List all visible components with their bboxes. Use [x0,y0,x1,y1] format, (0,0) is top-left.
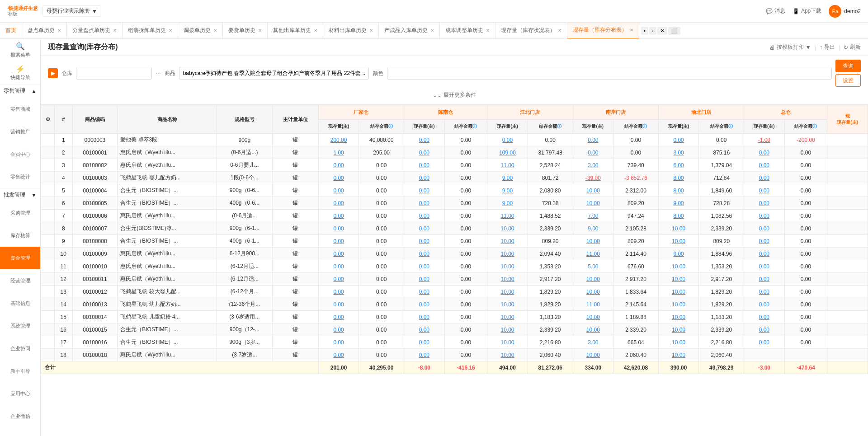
tab-close-all-btn[interactable]: ✕ [657,27,667,35]
row-chennan-qty[interactable]: 0.00 [404,349,445,361]
row-factory-qty[interactable]: 0.00 [318,260,359,273]
goods-input[interactable] [179,67,369,80]
close-icon[interactable]: ✕ [258,28,262,33]
sidebar-item-finance[interactable]: 经营管理 [0,269,40,292]
row-nanan-qty[interactable]: 10.00 [573,349,613,361]
row-jiangbei-qty[interactable]: 9.00 [487,197,528,210]
expand-conditions-btn[interactable]: ⌄⌄ 展开更多条件 [433,91,476,99]
row-yubei-qty[interactable]: 10.00 [658,323,699,336]
row-settings[interactable] [41,298,55,311]
info-icon[interactable]: ⓘ [388,124,393,129]
row-factory-qty[interactable]: 0.00 [318,172,359,184]
row-nanan-qty[interactable]: 0.00 [573,134,613,146]
row-factory-qty[interactable]: 200.00 [318,134,359,146]
row-yubei-qty[interactable]: 10.00 [658,311,699,323]
sidebar-item-operations[interactable]: 基础信息 [0,292,40,314]
row-settings[interactable] [41,159,55,172]
sidebar-item-quicknav[interactable]: ⚡ 快捷导航 [0,61,40,84]
sidebar-item-collab[interactable]: 新手引导 [0,360,40,382]
row-yubei-qty[interactable]: 10.00 [658,222,699,235]
sidebar-item-basic-info[interactable]: 系统管理 [0,314,40,337]
info-icon[interactable]: ⓘ [557,124,561,129]
row-total-qty[interactable]: 0.00 [744,159,785,172]
row-jiangbei-qty[interactable]: 9.00 [487,172,528,184]
tab-2[interactable]: 分量盘点单历史 ✕ [67,23,123,39]
sidebar-item-purchase[interactable]: 库存核算 [0,224,40,247]
close-icon[interactable]: ✕ [486,28,490,33]
row-nanan-qty[interactable]: 3.00 [573,159,613,172]
warehouse-input[interactable] [76,67,152,80]
row-chennan-qty[interactable]: 0.00 [404,134,445,146]
row-settings[interactable] [41,273,55,286]
row-jiangbei-qty[interactable]: 10.00 [487,311,528,323]
row-settings[interactable] [41,260,55,273]
row-jiangbei-qty[interactable]: 0.00 [487,134,528,146]
row-settings[interactable] [41,210,55,222]
tab-7[interactable]: 材料出库单历史 ✕ [323,23,379,39]
tab-4[interactable]: 调拨单历史 ✕ [178,23,223,39]
row-jiangbei-qty[interactable]: 11.00 [487,210,528,222]
row-total-qty[interactable]: 0.00 [744,336,785,349]
row-jiangbei-qty[interactable]: 10.00 [487,273,528,286]
row-chennan-qty[interactable]: 0.00 [404,286,445,298]
row-total-qty[interactable]: 0.00 [744,311,785,323]
row-nanan-qty[interactable]: 11.00 [573,248,613,260]
tab-prev-btn[interactable]: ‹ [641,27,648,35]
row-nanan-qty[interactable]: 5.00 [573,260,613,273]
row-nanan-qty[interactable]: 3.00 [573,336,613,349]
close-icon[interactable]: ✕ [169,28,172,33]
row-total-qty[interactable]: 0.00 [744,146,785,159]
row-chennan-qty[interactable]: 0.00 [404,311,445,323]
close-icon[interactable]: ✕ [558,28,561,33]
row-nanan-qty[interactable]: 10.00 [573,197,613,210]
tab-expand-btn[interactable]: ⬜ [668,27,680,35]
tab-next-btn[interactable]: › [649,27,656,35]
sidebar-item-ecommerce[interactable]: 采购管理 [0,202,40,224]
row-total-qty[interactable]: 0.00 [744,298,785,311]
sidebar-item-system[interactable]: 企业协同 [0,337,40,360]
sidebar-item-wechat[interactable]: 畅会员 [0,427,40,436]
row-total-qty[interactable]: 0.00 [744,197,785,210]
print-btn[interactable]: 🖨 按模板打印 ▼ [769,43,811,51]
row-total-qty[interactable]: 0.00 [744,222,785,235]
close-icon[interactable]: ✕ [630,28,633,33]
tab-home[interactable]: 首页 [0,23,22,39]
row-total-qty[interactable]: 0.00 [744,248,785,260]
close-icon[interactable]: ✕ [57,28,61,33]
row-settings[interactable] [41,146,55,159]
sidebar-item-retail-stats[interactable]: 零售统计 [0,165,40,188]
row-yubei-qty[interactable]: 8.00 [658,184,699,197]
row-yubei-qty[interactable]: 9.00 [658,197,699,210]
row-nanan-qty[interactable]: -39.00 [573,172,613,184]
row-total-qty[interactable]: 0.00 [744,210,785,222]
info-icon[interactable]: ⓘ [642,124,647,129]
row-chennan-qty[interactable]: 0.00 [404,248,445,260]
tab-9[interactable]: 成本调整单历史 ✕ [440,23,495,39]
row-yubei-qty[interactable]: 10.00 [658,235,699,248]
user-area[interactable]: Ea demo2 [829,5,861,18]
row-chennan-qty[interactable]: 0.00 [404,222,445,235]
row-factory-qty[interactable]: 0.00 [318,235,359,248]
warehouse-dots[interactable]: ··· [156,70,161,77]
row-jiangbei-qty[interactable]: 10.00 [487,323,528,336]
sidebar-item-app-center[interactable]: 企业微信 [0,405,40,427]
row-jiangbei-qty[interactable]: 10.00 [487,222,528,235]
row-yubei-qty[interactable]: 0.00 [658,134,699,146]
row-jiangbei-qty[interactable]: 10.00 [487,286,528,298]
row-yubei-qty[interactable]: 9.00 [658,248,699,260]
setting-button[interactable]: 设置 [835,74,861,87]
row-total-qty[interactable]: -1.00 [744,134,785,146]
nav-select[interactable]: 母婴行业演示陈套 ▼ [42,5,101,17]
row-nanan-qty[interactable]: 10.00 [573,235,613,248]
row-total-qty[interactable] [744,349,785,361]
row-settings[interactable] [41,311,55,323]
row-jiangbei-qty[interactable]: 10.00 [487,248,528,260]
row-chennan-qty[interactable]: 0.00 [404,273,445,286]
row-settings[interactable] [41,349,55,361]
row-factory-qty[interactable]: 0.00 [318,197,359,210]
row-settings[interactable] [41,323,55,336]
close-icon[interactable]: ✕ [314,28,317,33]
tab-6[interactable]: 其他出库单历史 ✕ [268,23,323,39]
export-btn[interactable]: ↑ 导出 [820,43,835,51]
row-settings[interactable] [41,336,55,349]
